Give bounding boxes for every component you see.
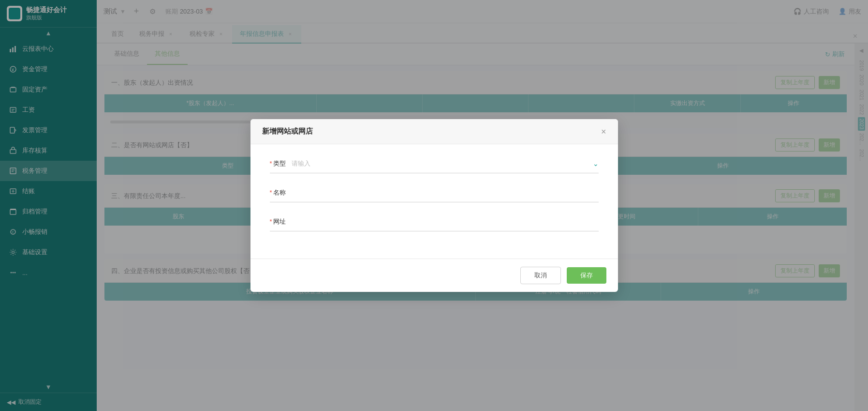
url-input[interactable] (292, 216, 599, 227)
save-button[interactable]: 保存 (567, 267, 606, 284)
add-website-modal: 新增网站或网店 × *类型 ⌄ *名称 (250, 119, 618, 292)
type-input[interactable] (292, 158, 599, 169)
dropdown-arrow-icon[interactable]: ⌄ (593, 160, 599, 167)
name-field-wrapper: *名称 (270, 187, 599, 202)
modal-footer: 取消 保存 (250, 259, 618, 292)
cancel-button[interactable]: 取消 (520, 267, 561, 284)
type-field-wrapper: *类型 ⌄ (270, 158, 599, 173)
modal-overlay: 新增网站或网店 × *类型 ⌄ *名称 (0, 0, 868, 411)
name-label: *名称 (270, 188, 286, 197)
name-input[interactable] (292, 187, 599, 198)
form-row-url: *网址 (270, 216, 599, 231)
form-row-name: *名称 (270, 187, 599, 202)
form-row-type: *类型 ⌄ (270, 158, 599, 173)
url-field-wrapper: *网址 (270, 216, 599, 231)
url-label: *网址 (270, 217, 286, 226)
modal-close-button[interactable]: × (601, 127, 606, 136)
modal-header: 新增网站或网店 × (250, 119, 618, 144)
modal-body: *类型 ⌄ *名称 *网址 (250, 144, 618, 259)
type-label: *类型 (270, 159, 286, 168)
modal-title: 新增网站或网店 (262, 127, 313, 136)
